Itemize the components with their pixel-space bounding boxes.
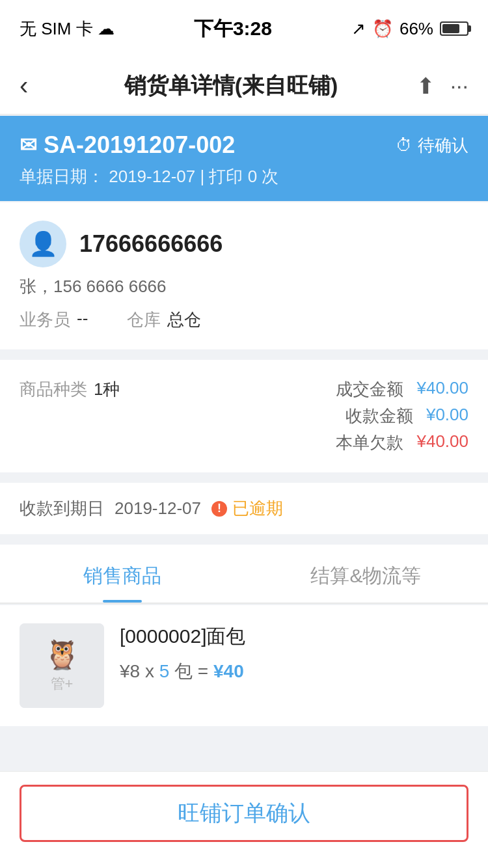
due-date-value: 2019-12-07 [115, 498, 201, 519]
status-right: ↗ ⏰ 66% [351, 19, 468, 39]
summary-amounts: 成交金额 ¥40.00 收款金额 ¥0.00 本单欠款 ¥40.00 [336, 378, 468, 454]
due-amount-row: 本单欠款 ¥40.00 [336, 431, 468, 454]
overdue-text: 已逾期 [232, 497, 283, 520]
overdue-icon: ! [211, 501, 227, 517]
product-info: [0000002]面包 ¥8 x 5 包 = ¥40 [120, 623, 468, 684]
due-amount-label: 本单欠款 [336, 431, 403, 454]
order-status-text: 待确认 [418, 134, 468, 157]
product-item: 🦉 管+ [0000002]面包 ¥8 x 5 包 = ¥40 [0, 605, 488, 726]
status-time: 下午3:28 [194, 16, 272, 42]
nav-bar: ‹ 销货单详情(来自旺铺) ⬆ ··· [0, 57, 488, 115]
tabs-bar: 销售商品 结算&物流等 [0, 545, 488, 604]
deal-amount-row: 成交金额 ¥40.00 [336, 378, 468, 401]
summary-main-row: 商品种类 1种 成交金额 ¥40.00 收款金额 ¥0.00 本单欠款 ¥40.… [20, 378, 468, 454]
status-bar: 无 SIM 卡 ☁ 下午3:28 ↗ ⏰ 66% [0, 0, 488, 57]
customer-card: 👤 17666666666 张，156 6666 6666 业务员 -- 仓库 … [0, 202, 488, 349]
order-status: ⏱ 待确认 [396, 134, 468, 157]
equals-sign: = [198, 661, 213, 681]
print-label: 打印 [209, 167, 243, 186]
customer-header: 👤 17666666666 [20, 221, 468, 267]
order-header-top: ✉ SA-20191207-002 ⏱ 待确认 [20, 131, 468, 159]
battery-label: 66% [400, 19, 433, 39]
product-list: 🦉 管+ [0000002]面包 ¥8 x 5 包 = ¥40 [0, 605, 488, 726]
sales-value: -- [77, 308, 88, 331]
print-count: 0 [248, 167, 257, 186]
avatar: 👤 [20, 221, 66, 267]
battery-icon [440, 21, 468, 36]
tab-sales-products-label: 销售商品 [83, 565, 161, 586]
product-types-value: 1种 [94, 378, 120, 401]
received-amount-label: 收款金额 [346, 405, 413, 427]
alarm-icon: ⏰ [372, 19, 393, 39]
order-id-text: SA-20191207-002 [44, 131, 235, 159]
summary-card: 商品种类 1种 成交金额 ¥40.00 收款金额 ¥0.00 本单欠款 ¥40.… [0, 360, 488, 472]
due-amount-value: ¥40.00 [416, 431, 468, 454]
order-id-icon: ✉ [20, 133, 37, 157]
tab-settlement-label: 结算&物流等 [310, 565, 421, 586]
back-button[interactable]: ‹ [20, 71, 59, 100]
due-date-card: 收款到期日 2019-12-07 ! 已逾期 [0, 483, 488, 534]
received-amount-row: 收款金额 ¥0.00 [346, 405, 468, 427]
bottom-bar: 旺铺订单确认 [0, 771, 488, 868]
location-icon: ↗ [351, 19, 366, 39]
brand-plus-text: 管+ [51, 674, 74, 694]
product-thumb-img: 🦉 管+ [20, 623, 104, 708]
received-amount-value: ¥0.00 [426, 405, 468, 427]
product-thumbnail: 🦉 管+ [20, 623, 104, 708]
order-date-info: 单据日期： 2019-12-07 | 打印 0 次 [20, 165, 468, 188]
product-types: 商品种类 1种 [20, 378, 120, 401]
avatar-icon: 👤 [29, 230, 58, 258]
sales-label: 业务员 [20, 308, 70, 331]
product-price: ¥8 [120, 661, 140, 681]
deal-amount-value: ¥40.00 [416, 378, 468, 401]
date-label: 单据日期： [20, 167, 104, 186]
product-name: [0000002]面包 [120, 623, 468, 650]
page-title: 销货单详情(来自旺铺) [59, 71, 403, 101]
print-unit: 次 [262, 167, 278, 186]
nav-actions: ⬆ ··· [403, 73, 468, 99]
product-types-label: 商品种类 [20, 378, 87, 401]
customer-meta: 业务员 -- 仓库 总仓 [20, 308, 468, 331]
sim-label: 无 SIM 卡 ☁ [20, 18, 115, 40]
product-price-line: ¥8 x 5 包 = ¥40 [120, 659, 468, 684]
brand-owl-icon: 🦉 [44, 638, 80, 671]
product-quantity: 5 [159, 661, 170, 681]
clock-icon: ⏱ [396, 135, 413, 156]
tab-settlement[interactable]: 结算&物流等 [244, 545, 488, 603]
more-icon[interactable]: ··· [450, 73, 468, 98]
product-unit: 包 [174, 661, 193, 681]
order-date: 2019-12-07 [109, 167, 195, 186]
tab-sales-products[interactable]: 销售商品 [0, 545, 244, 603]
share-icon[interactable]: ⬆ [416, 73, 435, 99]
warehouse-value: 总仓 [167, 308, 201, 331]
order-id: ✉ SA-20191207-002 [20, 131, 235, 159]
order-header: ✉ SA-20191207-002 ⏱ 待确认 单据日期： 2019-12-07… [0, 116, 488, 201]
warehouse-label: 仓库 [127, 308, 161, 331]
divider: | [200, 167, 209, 186]
warehouse-meta: 仓库 总仓 [127, 308, 201, 331]
deal-amount-label: 成交金额 [336, 378, 403, 401]
multiply-sign: x [145, 661, 159, 681]
due-date-label: 收款到期日 [20, 497, 104, 520]
sales-meta: 业务员 -- [20, 308, 88, 331]
overdue-badge: ! 已逾期 [211, 497, 283, 520]
status-left: 无 SIM 卡 ☁ [20, 18, 115, 40]
confirm-button[interactable]: 旺铺订单确认 [20, 785, 468, 842]
customer-sub-info: 张，156 6666 6666 [20, 275, 468, 298]
product-total: ¥40 [213, 661, 244, 681]
customer-phone: 17666666666 [79, 230, 223, 258]
